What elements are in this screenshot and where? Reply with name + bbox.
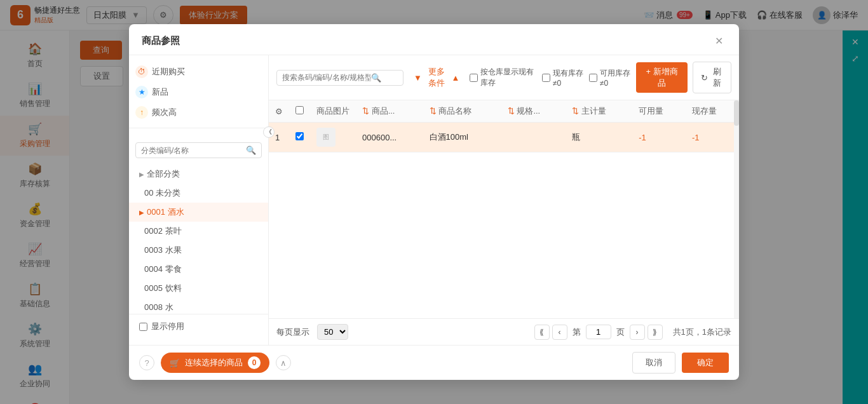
per-page-select[interactable]: 50 <box>317 324 348 340</box>
available-stock-checkbox[interactable] <box>589 74 597 82</box>
prev-page-button[interactable]: ‹ <box>552 325 567 340</box>
main-content: 查询 设置 ✕ ⤢ 商品参照 ✕ <box>70 30 868 404</box>
filter-up-icon: ▲ <box>452 73 460 83</box>
select-all-checkbox[interactable] <box>295 106 304 114</box>
recent-icon: ⏱ <box>135 65 148 78</box>
category-search-icon[interactable]: 🔍 <box>246 145 256 155</box>
modal-toolbar: 🔍 ▼ 更多条件 ▲ 按仓库显示现有库存 <box>269 55 739 100</box>
product-table: ⚙ 商品图片 <box>269 100 739 318</box>
column-settings-icon[interactable]: ⚙ <box>275 107 283 116</box>
scrollbar-track <box>734 100 739 318</box>
col-check[interactable] <box>289 100 310 123</box>
modal-left-panel: ⏱ 近期购买 ★ 新品 ↑ 频次高 <box>129 55 269 345</box>
modal-right-panel: 🔍 ▼ 更多条件 ▲ 按仓库显示现有库存 <box>269 55 739 345</box>
checkbox-warehouse-stock[interactable]: 按仓库显示现有库存 <box>470 67 537 88</box>
col-code-header[interactable]: ⇅ 商品... <box>356 100 423 123</box>
col-image-header: 商品图片 <box>310 100 356 123</box>
table-row[interactable]: 1 图 000600... 白酒100ml <box>269 123 739 152</box>
category-water[interactable]: 0008 水 <box>129 298 268 314</box>
sort-icon: ⇅ <box>430 106 437 116</box>
product-reference-modal: 商品参照 ✕ ⏱ 近期购买 ★ <box>129 30 739 380</box>
col-stock-header: 现存量 <box>686 100 739 123</box>
modal-body: ⏱ 近期购买 ★ 新品 ↑ 频次高 <box>129 55 739 345</box>
show-disabled-row: 显示停用 <box>129 314 268 339</box>
table-header-row: ⚙ 商品图片 <box>269 100 739 123</box>
category-snack[interactable]: 0004 零食 <box>129 260 268 279</box>
sort-icon: ⇅ <box>362 106 369 116</box>
cart-area[interactable]: 🛒 连续选择的商品 0 <box>161 353 269 373</box>
new-icon: ★ <box>135 86 148 98</box>
help-button[interactable]: ? <box>139 355 154 370</box>
main-layout: 🏠 首页 📊 销售管理 🛒 采购管理 📦 库存核算 💰 资金管理 📈 经营管理 … <box>0 30 868 404</box>
page-number-input[interactable] <box>586 325 611 339</box>
modal-title: 商品参照 <box>142 35 180 47</box>
cancel-button[interactable]: 取消 <box>632 352 675 374</box>
col-unit-header[interactable]: ⇅ 主计量 <box>566 100 632 123</box>
page-info: 共1页，1条记录 <box>673 327 731 338</box>
row-checkbox[interactable] <box>295 132 304 140</box>
category-beverage[interactable]: 0005 饮料 <box>129 279 268 298</box>
search-icon[interactable]: 🔍 <box>371 73 381 83</box>
col-available-header: 可用量 <box>632 100 686 123</box>
refresh-button[interactable]: ↻ 刷新 <box>693 62 731 93</box>
modal-header: 商品参照 ✕ <box>129 30 739 55</box>
sort-icon: ⇅ <box>508 106 515 116</box>
pagination-bar: 每页显示 50 ⟪ ‹ 第 页 › ⟫ <box>269 318 739 345</box>
filter-button[interactable]: ▼ 更多条件 ▲ <box>409 64 465 91</box>
collapse-panel-button[interactable]: 《 <box>263 126 275 138</box>
category-all[interactable]: ▶ 全部分类 <box>129 165 268 184</box>
cart-icon: 🛒 <box>170 358 180 368</box>
confirm-button[interactable]: 确定 <box>682 353 729 373</box>
col-settings[interactable]: ⚙ <box>269 100 289 123</box>
warehouse-stock-checkbox[interactable] <box>470 74 478 82</box>
cell-available: -1 <box>632 123 686 152</box>
quick-item-new[interactable]: ★ 新品 <box>129 82 268 102</box>
checkbox-available-stock[interactable]: 可用库存≠0 <box>589 68 631 88</box>
expand-button[interactable]: ∧ <box>276 355 291 370</box>
cell-stock: -1 <box>686 123 739 152</box>
category-fruit[interactable]: 0003 水果 <box>129 241 268 260</box>
quick-item-recent[interactable]: ⏱ 近期购买 <box>129 62 268 82</box>
cell-image: 图 <box>310 123 356 152</box>
last-page-button[interactable]: ⟫ <box>648 325 663 340</box>
category-search-input[interactable] <box>141 146 246 155</box>
product-thumbnail: 图 <box>316 128 336 147</box>
expand-icon: ▶ <box>139 171 144 178</box>
freq-icon: ↑ <box>135 106 148 119</box>
category-tea[interactable]: 0002 茶叶 <box>129 222 268 241</box>
col-name-header[interactable]: ⇅ 商品名称 <box>423 100 501 123</box>
cell-code: 000600... <box>356 123 423 152</box>
product-data-table: ⚙ 商品图片 <box>269 100 739 152</box>
modal-overlay: 商品参照 ✕ ⏱ 近期购买 ★ <box>70 30 868 404</box>
checkbox-current-stock[interactable]: 现有库存≠0 <box>542 68 584 88</box>
first-page-button[interactable]: ⟪ <box>534 325 550 340</box>
current-stock-checkbox[interactable] <box>542 74 550 82</box>
add-product-button[interactable]: + 新增商品 <box>636 62 688 93</box>
category-search-box: 🔍 <box>135 142 262 158</box>
quick-item-frequent[interactable]: ↑ 频次高 <box>129 102 268 123</box>
product-search-box: 🔍 <box>276 70 403 86</box>
sort-icon: ⇅ <box>572 106 579 116</box>
category-liquor[interactable]: ▶ 0001 酒水 <box>129 203 268 222</box>
modal-footer: ? 🛒 连续选择的商品 0 ∧ 取消 确定 <box>129 345 739 380</box>
category-unclassified[interactable]: 00 未分类 <box>129 184 268 203</box>
scrollbar-thumb[interactable] <box>734 100 739 126</box>
next-page-button[interactable]: › <box>630 325 645 340</box>
cell-name: 白酒100ml <box>423 123 501 152</box>
show-disabled-checkbox[interactable] <box>139 323 147 331</box>
cart-count: 0 <box>248 356 261 369</box>
product-search-input[interactable] <box>282 73 371 82</box>
col-spec-header[interactable]: ⇅ 规格... <box>501 100 566 123</box>
cell-spec <box>501 123 566 152</box>
category-list: ▶ 全部分类 00 未分类 ▶ 0001 酒水 <box>129 165 268 314</box>
expand-icon-active: ▶ <box>139 209 144 216</box>
refresh-icon: ↻ <box>701 73 708 83</box>
quick-items: ⏱ 近期购买 ★ 新品 ↑ 频次高 <box>129 62 268 128</box>
cell-unit: 瓶 <box>566 123 632 152</box>
filter-icon: ▼ <box>414 73 422 83</box>
modal-close-button[interactable]: ✕ <box>711 33 726 48</box>
cell-check[interactable] <box>289 123 310 152</box>
page-navigation: ⟪ ‹ 第 页 › ⟫ <box>534 325 663 340</box>
